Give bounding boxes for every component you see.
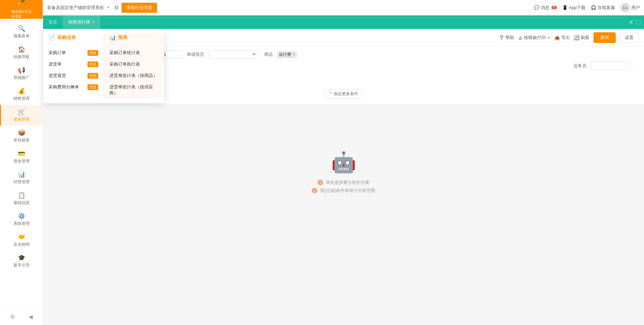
- receipt-label: 进货单: [48, 61, 62, 67]
- dropdown-item-order-stats[interactable]: 采购订单统计表: [109, 47, 159, 58]
- order-stats-label: 采购订单统计表: [109, 50, 140, 56]
- report-col-icon: 📊: [109, 34, 116, 41]
- purchase-col-icon: 📄: [48, 34, 55, 41]
- purchase-col: 📄 采购业务 采购订单 历史 进货单 历史 进货退货 历史 采购费用分摊单 历史: [43, 33, 104, 99]
- dropdown-item-expense[interactable]: 采购费用分摊单 历史: [48, 81, 98, 93]
- return-label: 进货退货: [48, 73, 66, 79]
- dropdown-item-return[interactable]: 进货退货 历史: [48, 70, 98, 81]
- purchase-order-label: 采购订单: [48, 50, 66, 56]
- purchase-col-title: 📄 采购业务: [48, 33, 98, 44]
- dropdown-item-receipt-stats-supplier[interactable]: 进货单统计表（按供应商）: [109, 81, 159, 99]
- purchase-order-history: 历史: [87, 50, 98, 56]
- report-col-title-text: 报表: [118, 35, 128, 41]
- return-history: 历史: [87, 73, 98, 79]
- receipt-history: 历史: [87, 62, 98, 67]
- dropdown-item-order-exec[interactable]: 采购订单执行表: [109, 58, 159, 70]
- report-col: 📊 报表 采购订单统计表 采购订单执行表 进货单统计表（按商品） 进货单统计表（…: [104, 33, 165, 99]
- report-col-title: 📊 报表: [109, 33, 159, 44]
- expense-history: 历史: [87, 84, 98, 90]
- order-exec-label: 采购订单执行表: [109, 61, 140, 67]
- receipt-stats-goods-label: 进货单统计表（按商品）: [109, 73, 157, 79]
- receipt-stats-supplier-label: 进货单统计表（按供应商）: [109, 84, 159, 96]
- purchase-dropdown-menu: 📄 采购业务 采购订单 历史 进货单 历史 进货退货 历史 采购费用分摊单 历史…: [43, 29, 164, 103]
- dropdown-item-receipt[interactable]: 进货单 历史: [48, 58, 98, 70]
- purchase-col-title-text: 采购业务: [57, 35, 76, 41]
- expense-label: 采购费用分摊单: [48, 84, 79, 90]
- dropdown-item-receipt-stats-goods[interactable]: 进货单统计表（按商品）: [109, 70, 159, 81]
- dropdown-item-purchase-order[interactable]: 采购订单 历史: [48, 47, 98, 58]
